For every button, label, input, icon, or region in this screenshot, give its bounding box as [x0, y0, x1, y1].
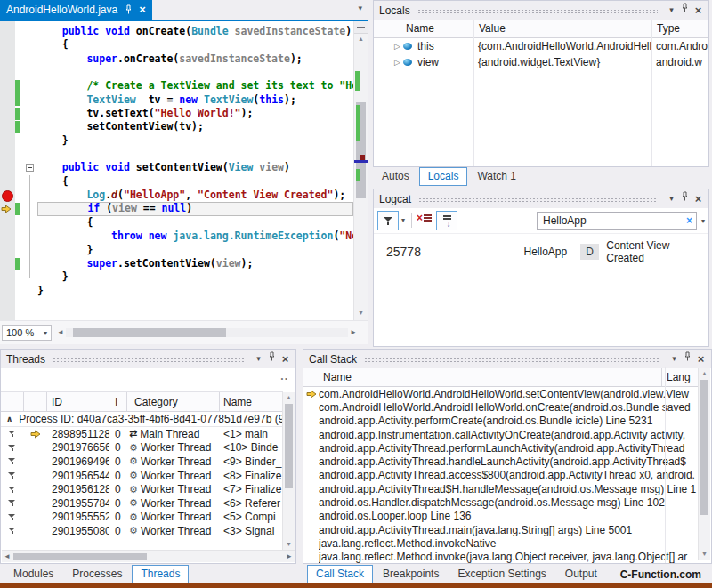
- flag-funnel-icon[interactable]: [8, 445, 17, 451]
- scrollbar-track[interactable]: [66, 328, 348, 337]
- column-divider[interactable]: [665, 367, 666, 563]
- code-line[interactable]: throw new java.lang.RuntimeException("No…: [0, 230, 353, 243]
- window-position-icon[interactable]: ▾: [668, 352, 681, 366]
- breakpoint-icon[interactable]: [2, 190, 13, 202]
- toolbar-overflow-icon[interactable]: ..: [280, 370, 288, 383]
- thread-row[interactable]: 29019766560⚙Worker Thread<10> Binde: [1, 441, 283, 455]
- code-text[interactable]: TextView tv = new TextView(this);: [37, 93, 353, 107]
- callstack-frame-row[interactable]: android.app.ActivityThread.main(java.lan…: [303, 523, 699, 536]
- line-gutter[interactable]: [0, 38, 15, 52]
- fold-margin[interactable]: [23, 120, 37, 133]
- callstack-titlebar[interactable]: Call Stack ▾ ×: [303, 350, 711, 368]
- code-line[interactable]: }: [0, 270, 353, 284]
- code-text[interactable]: [37, 66, 353, 79]
- current-statement-line[interactable]: if (view == null): [37, 202, 353, 215]
- thread-row[interactable]: 29019557840⚙Worker Thread<6> Referer: [1, 496, 283, 511]
- callstack-frame-row[interactable]: com.AndroidHelloWorld.AndroidHelloWorld.…: [303, 400, 699, 414]
- scroll-up-icon[interactable]: ▲: [699, 368, 710, 379]
- code-line[interactable]: [0, 148, 353, 161]
- locals-row[interactable]: ▷this{com.AndroidHelloWorld.AndroidHello…: [374, 38, 708, 54]
- tab-threads[interactable]: Threads: [132, 565, 189, 584]
- callstack-vertical-scrollbar[interactable]: ▲ ▼: [698, 368, 710, 560]
- line-gutter[interactable]: [0, 120, 15, 133]
- column-header[interactable]: Name: [374, 20, 473, 37]
- flag-funnel-icon[interactable]: [8, 472, 17, 479]
- column-header[interactable]: I: [109, 392, 127, 411]
- line-gutter[interactable]: [0, 79, 15, 93]
- fold-margin[interactable]: [23, 285, 37, 298]
- fold-margin[interactable]: [23, 230, 37, 243]
- code-line[interactable]: super.onCreate(savedInstanceState);: [0, 52, 353, 66]
- code-line[interactable]: public void onCreate(Bundle savedInstanc…: [0, 25, 353, 38]
- threads-titlebar[interactable]: Threads ▾ ×: [1, 350, 295, 368]
- code-text[interactable]: {: [37, 38, 353, 52]
- line-gutter[interactable]: [0, 189, 15, 202]
- scroll-up-icon[interactable]: ▲: [354, 34, 368, 44]
- pin-icon[interactable]: [265, 351, 279, 366]
- fold-margin[interactable]: [23, 25, 37, 38]
- fold-margin[interactable]: [23, 107, 37, 120]
- scroll-left-icon[interactable]: ◄: [2, 551, 12, 562]
- scroll-down-icon[interactable]: ▼: [354, 308, 368, 318]
- callstack-frame-row[interactable]: android.app.Activity.performCreate(andro…: [303, 415, 699, 428]
- thread-row[interactable]: 29019565440⚙Worker Thread<8> Finalize: [1, 469, 283, 483]
- callstack-frame-row[interactable]: android.app.ActivityThread$H.handleMessa…: [303, 482, 699, 495]
- tab-processes[interactable]: Processes: [63, 565, 131, 584]
- scrollbar-thumb[interactable]: [700, 380, 708, 515]
- code-text[interactable]: Log.d("HelloApp", "Content View Created"…: [37, 189, 353, 202]
- code-text[interactable]: tv.setText("Hello World!");: [37, 107, 353, 120]
- tab-exception-settings[interactable]: Exception Settings: [449, 565, 554, 584]
- scrollbar-thumb[interactable]: [13, 553, 147, 560]
- callstack-frame-row[interactable]: java.lang.reflect.Method.invoke(java.lan…: [303, 551, 699, 564]
- line-gutter[interactable]: [0, 52, 15, 66]
- code-area[interactable]: public void onCreate(Bundle savedInstanc…: [0, 25, 353, 298]
- code-line[interactable]: {: [0, 38, 353, 52]
- thread-row[interactable]: 29019550800⚙Worker Thread<3> Signal: [1, 524, 283, 538]
- scroll-to-end-button[interactable]: ↓: [436, 211, 457, 230]
- fold-margin[interactable]: [23, 270, 37, 284]
- code-line[interactable]: }: [0, 244, 353, 257]
- tab-call-stack[interactable]: Call Stack: [307, 565, 373, 584]
- fold-margin[interactable]: [23, 257, 37, 270]
- code-line[interactable]: Log.d("HelloApp", "Content View Created"…: [0, 189, 353, 202]
- code-line[interactable]: public void setContentView(View view): [0, 161, 353, 174]
- line-gutter[interactable]: [0, 148, 15, 161]
- close-icon[interactable]: ×: [692, 4, 705, 17]
- line-gutter[interactable]: [0, 93, 15, 107]
- code-text[interactable]: }: [37, 285, 353, 298]
- document-tab[interactable]: AndroidHelloWorld.java ×: [0, 0, 152, 20]
- code-text[interactable]: super.setContentView(view);: [37, 257, 353, 270]
- code-editor[interactable]: public void onCreate(Bundle savedInstanc…: [0, 20, 368, 320]
- expander-icon[interactable]: ▷: [392, 42, 403, 51]
- expander-icon[interactable]: ▷: [392, 58, 403, 67]
- code-line[interactable]: tv.setText("Hello World!");: [0, 107, 353, 120]
- code-line[interactable]: TextView tv = new TextView(this);: [0, 93, 353, 107]
- line-gutter[interactable]: [0, 230, 15, 243]
- callstack-frame-row[interactable]: android.os.Handler.dispatchMessage(andro…: [303, 495, 699, 509]
- locals-row[interactable]: ▷view{android.widget.TextView}android.w: [374, 54, 708, 70]
- tab-watch-1[interactable]: Watch 1: [468, 167, 525, 186]
- scrollbar-thumb[interactable]: [285, 404, 293, 488]
- line-gutter[interactable]: [0, 285, 15, 298]
- pin-icon[interactable]: [681, 351, 694, 366]
- tab-output[interactable]: Output: [556, 565, 606, 584]
- scroll-down-icon[interactable]: ▼: [283, 539, 295, 550]
- line-gutter[interactable]: [0, 161, 15, 174]
- logcat-entry[interactable]: 25778 HelloApp D Content View Created: [386, 239, 708, 264]
- code-line[interactable]: [0, 66, 353, 79]
- close-icon[interactable]: ×: [279, 353, 292, 366]
- thread-row[interactable]: 29019555520⚙Worker Thread<5> Compi: [1, 511, 283, 525]
- code-text[interactable]: public void setContentView(View view): [37, 161, 353, 174]
- code-text[interactable]: }: [37, 244, 353, 257]
- collapse-icon[interactable]: ∧: [6, 415, 12, 423]
- document-list-chevron-icon[interactable]: ▾: [358, 4, 362, 12]
- line-gutter[interactable]: [0, 107, 15, 120]
- column-divider[interactable]: [651, 20, 652, 166]
- window-position-icon[interactable]: ▾: [665, 4, 678, 17]
- code-text[interactable]: {: [37, 175, 353, 189]
- column-header[interactable]: Type: [651, 20, 708, 37]
- code-text[interactable]: public void onCreate(Bundle savedInstanc…: [37, 25, 353, 38]
- column-header[interactable]: ID: [47, 392, 109, 411]
- splitter-grip-icon[interactable]: [354, 21, 368, 34]
- code-text[interactable]: /* Create a TextView and set its text to…: [37, 79, 353, 93]
